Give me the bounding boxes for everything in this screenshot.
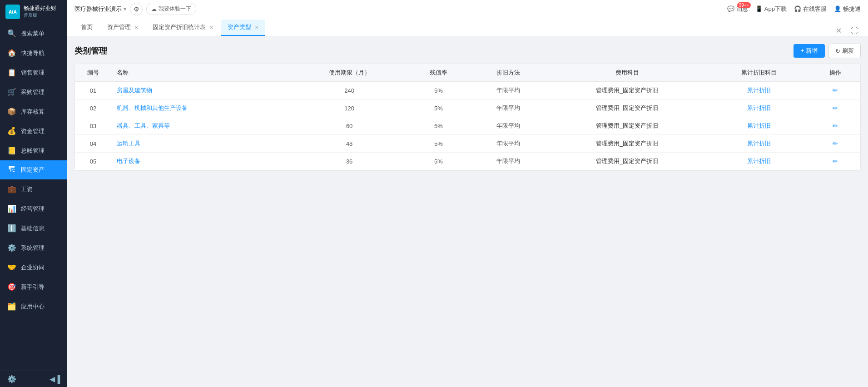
tab-asset-mgmt[interactable]: 资产管理 ✕: [101, 20, 144, 36]
sidebar-item-label: 总账管理: [21, 147, 45, 155]
row-name: 电子设备: [111, 153, 292, 170]
user-icon: 👤: [834, 5, 841, 12]
col-residual: 残值率: [407, 64, 470, 82]
tab-actions: ✕ ⛶: [833, 25, 861, 36]
row-acc-dep: 累计折旧: [708, 117, 810, 135]
tab-home-label: 首页: [81, 23, 93, 31]
sidebar-item-quick-nav[interactable]: 🏠 快捷导航: [0, 43, 67, 63]
sidebar-item-label: 销售管理: [21, 69, 45, 77]
table-row: 02 机器、机械和其他生产设备 120 5% 年限平均 管理费用_固定资产折旧 …: [75, 99, 860, 117]
sidebar-item-operations[interactable]: 📊 经营管理: [0, 199, 67, 218]
col-period: 使用期限（月）: [292, 64, 407, 82]
page-header: 类别管理 + 新增 ↻ 刷新: [74, 44, 861, 58]
close-tab-asset-mgmt[interactable]: ✕: [134, 25, 138, 30]
sidebar-nav: 🔍 搜索菜单 🏠 快捷导航 📋 销售管理 🛒 采购管理 📦 库存核算 💰 资金管…: [0, 24, 67, 371]
table-row: 03 器具、工具、家具等 60 5% 年限平均 管理费用_固定资产折旧 累计折旧…: [75, 117, 860, 135]
sidebar-item-system[interactable]: ⚙️ 系统管理: [0, 238, 67, 258]
row-period: 48: [292, 135, 407, 153]
new-button[interactable]: + 新增: [794, 44, 825, 58]
sidebar-item-basic-info[interactable]: ℹ️ 基础信息: [0, 218, 67, 238]
salary-icon: 💼: [7, 185, 16, 194]
edit-button[interactable]: ✏: [833, 140, 838, 147]
online-service-button[interactable]: 🎧 在线客服: [794, 5, 827, 13]
sidebar-item-app-center[interactable]: 🗂️ 应用中心: [0, 297, 67, 316]
system-icon: ⚙️: [7, 243, 16, 252]
tab-depreciation-label: 固定资产折旧统计表: [153, 23, 206, 31]
table-row: 01 房屋及建筑物 240 5% 年限平均 管理费用_固定资产折旧 累计折旧 ✏: [75, 82, 860, 99]
topbar: 医疗器械行业演示 ▾ ⚙ ☁ 我要体验一下 💬 消息 99++ 📱 App下载 …: [67, 0, 868, 18]
sidebar-item-search[interactable]: 🔍 搜索菜单: [0, 24, 67, 43]
row-fee-subject: 管理费用_固定资产折旧: [546, 135, 708, 153]
purchase-icon: 🛒: [7, 88, 16, 96]
edit-button[interactable]: ✏: [833, 122, 838, 129]
sidebar-item-inventory[interactable]: 📦 库存核算: [0, 102, 67, 121]
row-acc-dep: 累计折旧: [708, 153, 810, 170]
tab-depreciation-table[interactable]: 固定资产折旧统计表 ✕: [146, 20, 219, 36]
row-id: 03: [75, 117, 111, 135]
row-period: 240: [292, 82, 407, 99]
sidebar-item-label: 经营管理: [21, 205, 45, 213]
app-download-button[interactable]: 📱 App下载: [755, 5, 787, 13]
row-period: 60: [292, 117, 407, 135]
guide-icon: 🎯: [7, 283, 16, 291]
row-fee-subject: 管理费用_固定资产折旧: [546, 153, 708, 170]
close-tab-depreciation[interactable]: ✕: [209, 25, 213, 30]
row-id: 01: [75, 82, 111, 99]
row-op: ✏: [810, 82, 860, 99]
main-content: 类别管理 + 新增 ↻ 刷新 编号 名称 使用期限（月） 残值率 折旧方法: [67, 36, 868, 387]
collapse-icon[interactable]: ◀▐: [50, 375, 60, 383]
cloud-icon: ☁: [151, 6, 157, 12]
user-label: 畅捷通: [843, 5, 861, 13]
refresh-icon: ↻: [835, 48, 840, 55]
edit-button[interactable]: ✏: [833, 104, 838, 112]
tab-home[interactable]: 首页: [74, 20, 99, 36]
col-id: 编号: [75, 64, 111, 82]
logo-text-block: 畅捷通好业财 普及版: [24, 5, 56, 19]
enterprise-icon: 🤝: [7, 263, 16, 272]
refresh-button[interactable]: ↻ 刷新: [828, 44, 861, 58]
sidebar-item-ledger[interactable]: 📒 总账管理: [0, 141, 67, 160]
service-icon: 🎧: [794, 5, 801, 12]
edit-button[interactable]: ✏: [833, 158, 838, 165]
row-name: 机器、机械和其他生产设备: [111, 99, 292, 117]
row-name: 运输工具: [111, 135, 292, 153]
sidebar-item-sales[interactable]: 📋 销售管理: [0, 63, 67, 82]
row-id: 02: [75, 99, 111, 117]
tab-asset-mgmt-label: 资产管理: [107, 23, 131, 31]
tab-asset-type[interactable]: 资产类型 ✕: [221, 20, 265, 36]
row-op: ✏: [810, 99, 860, 117]
row-fee-subject: 管理费用_固定资产折旧: [546, 117, 708, 135]
messages-button[interactable]: 💬 消息 99++: [727, 5, 748, 13]
tab-asset-type-label: 资产类型: [228, 23, 251, 31]
col-name: 名称: [111, 64, 292, 82]
sidebar-item-enterprise[interactable]: 🤝 企业协同: [0, 258, 67, 277]
col-actions: 操作: [810, 64, 860, 82]
sidebar-item-purchase[interactable]: 🛒 采购管理: [0, 82, 67, 102]
expand-button[interactable]: ⛶: [848, 26, 861, 36]
industry-selector[interactable]: 医疗器械行业演示 ▾: [74, 5, 126, 13]
chevron-down-icon: ▾: [124, 6, 126, 12]
capital-icon: 💰: [7, 127, 16, 135]
sidebar-item-capital[interactable]: 💰 资金管理: [0, 121, 67, 141]
app-logo: AtA 畅捷通好业财 普及版: [0, 0, 67, 24]
data-table-container: 编号 名称 使用期限（月） 残值率 折旧方法 费用科目 累计折旧科目 操作 01…: [74, 64, 861, 171]
sidebar-item-label: 固定资产: [21, 166, 45, 174]
sidebar-item-guide[interactable]: 🎯 新手引导: [0, 277, 67, 297]
sidebar-item-label: 工资: [21, 185, 33, 194]
user-menu[interactable]: 👤 畅捷通: [834, 5, 861, 13]
download-icon: 📱: [755, 5, 763, 12]
sidebar-item-label: 新手引导: [21, 283, 45, 291]
sidebar-item-fixed-assets[interactable]: 🏗 固定资产: [0, 160, 67, 179]
edit-button[interactable]: ✏: [833, 87, 838, 94]
row-method: 年限平均: [470, 82, 546, 99]
sidebar-item-label: 搜索菜单: [21, 30, 45, 38]
experience-button[interactable]: ☁ 我要体验一下: [146, 3, 196, 15]
close-tab-asset-type[interactable]: ✕: [255, 25, 258, 30]
row-acc-dep: 累计折旧: [708, 99, 810, 117]
settings-button[interactable]: ⚙: [130, 3, 143, 15]
close-window-button[interactable]: ✕: [833, 25, 844, 36]
sidebar-item-salary[interactable]: 💼 工资: [0, 179, 67, 199]
table-row: 04 运输工具 48 5% 年限平均 管理费用_固定资产折旧 累计折旧 ✏: [75, 135, 860, 153]
col-method: 折旧方法: [470, 64, 546, 82]
settings-icon[interactable]: ⚙️: [7, 375, 16, 383]
